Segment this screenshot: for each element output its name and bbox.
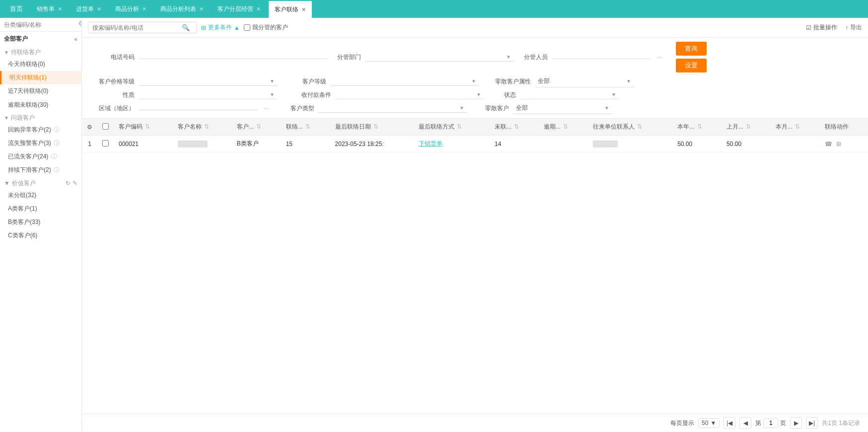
page-number-input[interactable]: [763, 418, 778, 428]
sidebar-item-class-a[interactable]: A类客户(1): [0, 202, 81, 216]
group-value-customers[interactable]: ▼ 价值客户 ↻ ✎: [0, 177, 81, 189]
th-checkbox[interactable]: [97, 119, 114, 136]
th-this-year[interactable]: 本年... ⇅: [672, 119, 722, 136]
close-contact-icon[interactable]: ✕: [301, 6, 306, 13]
refresh-icon[interactable]: ↻: [66, 180, 71, 187]
sidebar-item-week7[interactable]: 近7天待联络(0): [0, 84, 81, 98]
close-goods-list-icon[interactable]: ✕: [199, 6, 204, 12]
more-filter-btn[interactable]: ⊞ 更多条件 ▲: [201, 23, 240, 32]
th-uncontacted[interactable]: 未联... ⇅: [490, 119, 539, 136]
th-contact[interactable]: 联络... ⇅: [281, 119, 330, 136]
sidebar-item-tomorrow[interactable]: 明天待联络(1): [0, 71, 81, 84]
sidebar-item-lost[interactable]: 已流失客户(24) ⓘ: [0, 150, 81, 163]
th-customer-name[interactable]: 客户名称 ⇅: [173, 119, 232, 136]
first-page-btn[interactable]: |◀: [723, 417, 735, 429]
th-unit-contact[interactable]: 往来单位联系人 ⇅: [588, 119, 672, 136]
sidebar-item-class-c[interactable]: C类客户(6): [0, 229, 81, 242]
th-last-month[interactable]: 上月... ⇅: [722, 119, 771, 136]
sort-tmonth-icon: ⇅: [795, 123, 800, 130]
select-scatter-customer[interactable]: 全部▼: [513, 102, 612, 114]
arrow-value-icon: ▼: [4, 180, 10, 187]
cell-last-method[interactable]: 下销货单: [414, 136, 490, 152]
info-icon-2: ⓘ: [54, 140, 60, 146]
group-problem-customers[interactable]: ▼ 问题客户: [0, 112, 81, 123]
nav-tab-goods-list[interactable]: 商品分析列表 ✕: [154, 0, 210, 18]
export-btn[interactable]: ↑ 导出: [845, 23, 862, 32]
cell-last-date: 2023-05-23 18:25:: [330, 136, 414, 152]
close-tier-icon[interactable]: ✕: [256, 6, 261, 12]
label-scatter-customer: 零散客户: [479, 104, 509, 113]
set-button[interactable]: 设置: [676, 59, 707, 72]
th-overdue[interactable]: 逾期... ⇅: [539, 119, 588, 136]
nav-tab-purchase[interactable]: 进货单 ✕: [70, 0, 107, 18]
per-page-select[interactable]: 50 ▼: [698, 418, 720, 428]
select-status[interactable]: ▼: [520, 90, 619, 99]
th-settings[interactable]: ⚙: [82, 119, 97, 136]
label-customer-grade: 客户等级: [296, 77, 326, 86]
sidebar-item-ungrouped[interactable]: 未分组(32): [0, 189, 81, 202]
query-button[interactable]: 查询: [676, 42, 707, 56]
input-person[interactable]: [552, 56, 651, 59]
last-page-btn[interactable]: ▶|: [806, 417, 818, 429]
sidebar-search-input[interactable]: [4, 21, 78, 28]
search-bar: 🔍 ⊞ 更多条件 ▲ 我分管的客户 ☑ 批量操作 ↑ 导出: [82, 18, 868, 38]
settings-gear-icon[interactable]: ⚙: [87, 124, 92, 131]
sidebar-item-lost-warning[interactable]: 流失预警客户(3) ⓘ: [0, 137, 81, 150]
select-payment[interactable]: ▼: [335, 90, 484, 99]
sort-lmonth-icon: ⇅: [746, 123, 751, 130]
person-dots-btn[interactable]: ···: [655, 54, 664, 61]
close-sales-icon[interactable]: ✕: [58, 6, 62, 12]
sidebar-item-today[interactable]: 今天待联络(0): [0, 58, 81, 71]
th-last-method[interactable]: 最后联络方式 ⇅: [414, 119, 490, 136]
row-checkbox[interactable]: [102, 140, 109, 146]
th-this-month[interactable]: 本月... ⇅: [771, 119, 820, 136]
nav-tab-customer-tier[interactable]: 客户分层经营 ✕: [212, 0, 267, 18]
th-customer-code[interactable]: 客户编码 ⇅: [114, 119, 173, 136]
select-scatter-prop[interactable]: 全部▼: [535, 75, 634, 87]
nav-home[interactable]: 首页: [4, 4, 29, 13]
region-dots-btn[interactable]: ···: [262, 105, 271, 112]
page-label: 第: [755, 419, 761, 428]
nav-tab-sales[interactable]: 销售单 ✕: [31, 0, 68, 18]
search-input[interactable]: [92, 24, 182, 31]
label-region: 区域（地区）: [90, 104, 135, 113]
select-customer-grade[interactable]: ▼: [330, 77, 479, 86]
main-layout: 🔍 全部客户 « ▼ 待联络客户 今天待联络(0) 明天待联络(1) 近7天待联…: [0, 18, 868, 432]
sidebar-search-icon[interactable]: 🔍: [78, 21, 82, 28]
sidebar-item-class-b[interactable]: B类客户(33): [0, 216, 81, 229]
my-customers-checkbox[interactable]: [244, 24, 250, 31]
th-last-date[interactable]: 最后联络日期 ⇅: [330, 119, 414, 136]
sidebar-item-repurchase-abnormal[interactable]: 回购异常客户(2) ⓘ: [0, 123, 81, 137]
next-page-btn[interactable]: ▶: [790, 417, 802, 429]
cell-contact-count: 15: [281, 136, 330, 152]
select-nature[interactable]: ▼: [139, 90, 278, 99]
select-all-checkbox[interactable]: [102, 123, 109, 130]
row-checkbox-cell[interactable]: [97, 136, 114, 152]
close-purchase-icon[interactable]: ✕: [97, 6, 101, 12]
prev-page-btn[interactable]: ◀: [739, 417, 751, 429]
label-dept: 分管部门: [331, 53, 361, 62]
sort-method-icon: ⇅: [457, 123, 462, 130]
sidebar-item-continuous-decline[interactable]: 持续下滑客户(2) ⓘ: [0, 163, 81, 177]
select-price-tier[interactable]: ▼: [139, 77, 278, 86]
th-customer-type[interactable]: 客户... ⇅: [232, 119, 281, 136]
all-customers-header[interactable]: 全部客户 «: [0, 32, 81, 46]
group-pending-contact[interactable]: ▼ 待联络客户: [0, 46, 81, 58]
batch-action-btn[interactable]: ☑ 批量操作: [806, 23, 837, 32]
close-goods-icon[interactable]: ✕: [142, 6, 146, 12]
table-area: ⚙ 客户编码 ⇅ 客户名称 ⇅: [82, 119, 868, 414]
phone-icon[interactable]: ☎: [825, 141, 832, 147]
my-customers-checkbox-wrap[interactable]: 我分管的客户: [244, 23, 288, 32]
label-customer-type: 客户类型: [285, 104, 314, 113]
nav-tab-customer-contact[interactable]: 客户联络 ✕: [269, 0, 312, 18]
input-region[interactable]: [139, 107, 258, 110]
sort-date-icon: ⇅: [373, 123, 378, 130]
nav-tab-goods-analysis[interactable]: 商品分析 ✕: [109, 0, 152, 18]
sidebar-item-overdue[interactable]: 逾期未联络(30): [0, 98, 81, 112]
search-icon[interactable]: 🔍: [182, 24, 190, 31]
select-customer-type[interactable]: ▼: [318, 104, 467, 113]
grid-icon[interactable]: ⊞: [836, 141, 841, 147]
edit-icon[interactable]: ✎: [72, 180, 77, 187]
select-dept[interactable]: ▼: [365, 53, 514, 62]
input-phone[interactable]: [139, 56, 327, 59]
